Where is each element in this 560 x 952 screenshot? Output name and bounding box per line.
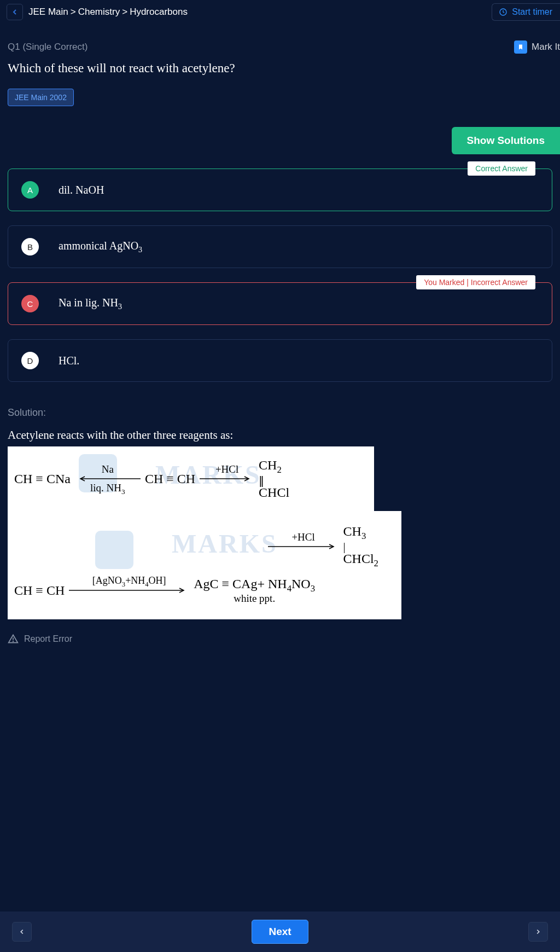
breadcrumb-wrap: JEE Main>Chemistry>Hydrocarbons [7, 4, 188, 20]
incorrect-badge: You Marked | Incorrect Answer [416, 275, 535, 289]
option-text: dil. NaOH [59, 184, 104, 196]
correct-badge: Correct Answer [468, 161, 535, 176]
show-solutions-button[interactable]: Show Solutions [452, 127, 561, 154]
report-label: Report Error [24, 634, 72, 644]
bottom-nav: Next [0, 912, 560, 952]
clock-icon [499, 8, 508, 16]
solution-intro: Acetylene reacts with the other three re… [0, 419, 560, 442]
exam-tag: JEE Main 2002 [8, 89, 74, 106]
breadcrumb[interactable]: JEE Main>Chemistry>Hydrocarbons [28, 7, 188, 18]
chevron-left-icon [10, 8, 19, 16]
right-arrow-icon [268, 543, 339, 550]
bc3[interactable]: Hydrocarbons [130, 7, 188, 17]
start-timer-button[interactable]: Start timer [492, 3, 560, 21]
prev-button[interactable] [12, 922, 32, 942]
question-text: Which of these will not react with acety… [0, 58, 560, 76]
option-d[interactable]: D HCl. [8, 339, 552, 382]
option-letter: B [21, 238, 39, 256]
chevron-left-icon [18, 928, 26, 936]
mark-it-label: Mark It [532, 42, 560, 53]
option-letter: D [21, 352, 39, 369]
option-text: Na in lig. NH3 [59, 297, 122, 311]
option-letter: A [21, 181, 39, 199]
left-arrow-icon [75, 475, 141, 482]
right-arrow-icon [69, 587, 189, 594]
options-list: Correct Answer A dil. NaOH B ammonical A… [0, 154, 560, 382]
solution-label: Solution: [0, 382, 560, 419]
timer-label: Start timer [512, 7, 552, 17]
right-arrow-icon [200, 475, 254, 482]
next-sq-button[interactable] [528, 922, 548, 942]
bc1[interactable]: JEE Main [28, 7, 68, 17]
question-number: Q1 (Single Correct) [8, 42, 88, 53]
bookmark-icon [514, 40, 527, 54]
option-letter: C [21, 295, 39, 312]
next-button[interactable]: Next [252, 920, 308, 944]
bc2[interactable]: Chemistry [78, 7, 120, 17]
back-button[interactable] [7, 4, 23, 20]
option-text: ammonical AgNO3 [59, 240, 142, 254]
report-error-button[interactable]: Report Error [0, 619, 560, 645]
solution-image-wrap: MARKS CH ≡ CNa Na liq. NH3 CH ≡ CH +HCl … [0, 442, 560, 619]
mark-it-button[interactable]: Mark It [514, 40, 560, 54]
chevron-right-icon [534, 928, 542, 936]
option-c[interactable]: You Marked | Incorrect Answer C Na in li… [8, 282, 552, 325]
reaction-diagram-2: MARKS +HCl CH3 | CHCl2 CH ≡ CH [AgNO3+NH… [8, 511, 401, 619]
option-text: HCl. [59, 355, 79, 367]
warning-icon [8, 634, 19, 645]
question-meta: Q1 (Single Correct) Mark It [0, 25, 560, 58]
option-b[interactable]: B ammonical AgNO3 [8, 225, 552, 268]
top-bar: JEE Main>Chemistry>Hydrocarbons Start ti… [0, 0, 560, 25]
svg-point-6 [13, 641, 14, 642]
show-solutions-wrap: Show Solutions [0, 106, 560, 154]
reaction-diagram-1: MARKS CH ≡ CNa Na liq. NH3 CH ≡ CH +HCl … [8, 446, 374, 512]
option-a[interactable]: Correct Answer A dil. NaOH [8, 169, 552, 211]
